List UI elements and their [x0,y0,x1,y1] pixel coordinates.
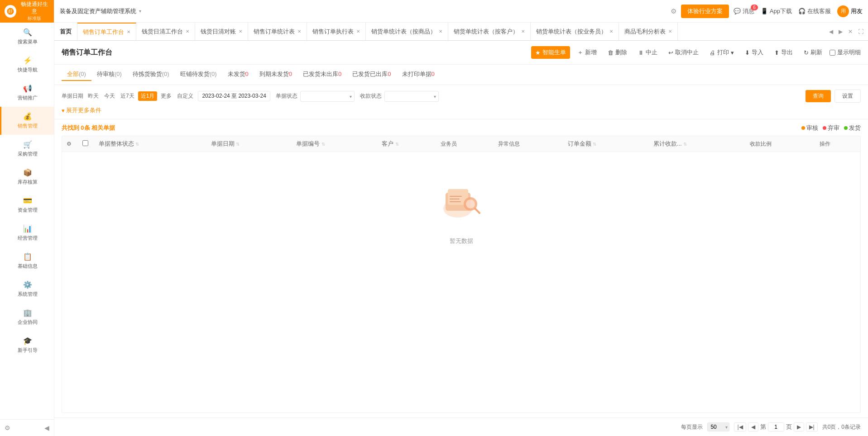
tab-sales-summary-staff[interactable]: 销货单统计表（按业务员） ✕ [531,23,619,40]
tab-close-icon[interactable]: ✕ [521,29,525,34]
tab-cash-account[interactable]: 钱货日清对账 ✕ [195,23,248,40]
expand-button[interactable]: ▾ 展开更多条件 [62,106,101,114]
pause-button[interactable]: ⏸ 中止 [634,47,661,58]
query-button[interactable]: 查询 [806,90,831,102]
show-detail-checkbox[interactable]: 显示明细 [830,48,861,57]
sort-collected-icon[interactable]: ⇅ [683,142,687,147]
collapse-sidebar-button[interactable]: ◀ [44,424,49,431]
filter-tab-shipped-not-out[interactable]: 已发货未出库0 [297,68,347,81]
tab-close-icon[interactable]: ✕ [297,29,301,34]
box-icon: 📦 [23,168,32,177]
filter-tab-unshipped[interactable]: 未发货0 [222,68,254,81]
tab-next-button[interactable]: ▶ [837,28,844,36]
date-more-button[interactable]: 更多 [159,91,173,101]
settings-bottom-button[interactable]: ⚙ [5,424,10,431]
tab-home[interactable]: 首页 [54,23,77,40]
filter-tab-unprinted[interactable]: 未打印单据0 [397,68,440,81]
column-settings[interactable]: ⚙ [62,136,76,152]
tab-sales-summary-customer[interactable]: 销货单统计表（按客户） ✕ [448,23,531,40]
user-menu-button[interactable]: 用 用友 [837,5,863,17]
import-button[interactable]: ⬇ 导入 [741,47,767,58]
sidebar-item-inventory[interactable]: 📦 库存核算 [0,163,54,191]
solution-button[interactable]: 体验行业方案 [681,5,729,18]
tab-sales-exec[interactable]: 销售订单执行表 ✕ [307,23,366,40]
sort-number-icon[interactable]: ⇅ [321,142,325,147]
sidebar-item-basic-info[interactable]: 📋 基础信息 [0,247,54,275]
sort-amount-icon[interactable]: ⇅ [593,142,596,147]
smart-create-button[interactable]: ★ 智能生单 [531,46,570,59]
tab-cash-daily[interactable]: 钱货日清工作台 ✕ [136,23,195,40]
column-date: 单据日期 ⇅ [206,136,292,152]
column-salesman: 业务员 [436,136,494,152]
print-button[interactable]: 🖨 打印 ▾ [706,47,738,58]
date-1month-button[interactable]: 近1月 [138,91,158,101]
sidebar-item-guide[interactable]: 🎓 新手引导 [0,331,54,359]
sidebar-item-operations[interactable]: 📊 经营管理 [0,219,54,247]
sidebar-item-label: 库存核算 [18,179,38,185]
date-custom-button[interactable]: 自定义 [175,91,195,101]
sidebar-item-sales[interactable]: 💰 销售管理 [0,107,54,135]
sidebar-item-purchase[interactable]: 🛒 采购管理 [0,135,54,163]
review-button[interactable]: 审核 [801,124,818,132]
tab-close-icon[interactable]: ✕ [186,29,189,34]
tab-expand-button[interactable]: ⛶ [856,28,865,36]
status-select[interactable] [300,91,355,102]
expand-row: ▾ 展开更多条件 [62,106,861,114]
sidebar-item-quick-nav[interactable]: ⚡ 快捷导航 [0,51,54,79]
show-detail-input[interactable] [830,50,835,56]
tab-sales-stats[interactable]: 销售订单统计表 ✕ [248,23,307,40]
settings-icon[interactable]: ⚙ [671,7,676,15]
data-table-container: ⚙ 单据整体状态 ⇅ 单据日期 ⇅ [62,136,861,413]
page-first-button[interactable]: |◀ [734,422,746,431]
refresh-button[interactable]: ↻ 刷新 [800,47,826,58]
empty-illustration [439,179,484,232]
page-next-button[interactable]: ▶ [794,422,804,431]
ship-button[interactable]: 发货 [844,124,861,132]
sort-status-icon[interactable]: ⇅ [135,142,139,147]
tab-prev-button[interactable]: ◀ [827,28,835,36]
sort-date-icon[interactable]: ⇅ [236,142,240,147]
delete-button[interactable]: 🗑 删除 [604,47,631,58]
online-service-button[interactable]: 🎧 在线客服 [798,7,831,15]
tab-sales-workbench[interactable]: 销售订单工作台 ✕ [77,23,136,40]
tab-close-icon[interactable]: ✕ [239,29,242,34]
payment-select[interactable] [384,91,439,102]
tab-close-icon[interactable]: ✕ [439,29,442,34]
filter-tab-expired-unshipped[interactable]: 到期未发货0 [254,68,297,81]
date-label: 单据日期 [62,92,83,100]
tab-close-icon[interactable]: ✕ [609,29,613,34]
cancel-pause-button[interactable]: ↩ 取消中止 [665,47,702,58]
select-all-checkbox[interactable] [82,140,88,146]
sidebar-item-system[interactable]: ⚙️ 系统管理 [0,275,54,303]
tab-close-icon[interactable]: ✕ [356,29,360,34]
sidebar-item-finance[interactable]: 💳 资金管理 [0,191,54,219]
filter-tab-pending-review[interactable]: 待审核(0) [91,68,127,81]
add-button[interactable]: ＋ 新增 [574,47,600,58]
filter-tab-wangpu-ship[interactable]: 旺铺待发货(0) [175,68,222,81]
page-input[interactable] [768,422,784,431]
page-last-button[interactable]: ▶| [806,422,818,431]
tab-close-all-button[interactable]: ✕ [846,28,854,36]
export-button[interactable]: ⬆ 导出 [771,47,796,58]
date-yesterday-button[interactable]: 昨天 [86,91,101,101]
tab-close-icon[interactable]: ✕ [668,29,672,34]
filter-tab-pending-check[interactable]: 待拣货验货(0) [127,68,175,81]
sidebar-item-marketing[interactable]: 📢 营销推广 [0,79,54,107]
page-prev-button[interactable]: ◀ [748,422,758,431]
page-size-select[interactable]: 20 50 100 [707,422,729,431]
tab-sales-summary-product[interactable]: 销货单统计表（按商品） ✕ [366,23,448,40]
sidebar-item-enterprise[interactable]: 🏢 企业协同 [0,303,54,331]
sort-customer-icon[interactable]: ⇅ [395,142,399,147]
logo-text: 畅捷通好生意 [19,1,49,15]
cancel-review-button[interactable]: 弃审 [823,124,839,132]
filter-tab-all[interactable]: 全部(0) [62,68,91,81]
date-7days-button[interactable]: 近7天 [119,91,136,101]
app-download-button[interactable]: 📱 App下载 [761,7,792,15]
message-button[interactable]: 💬 消息 6 [734,7,754,15]
filter-tab-shipped-out[interactable]: 已发货已出库0 [347,68,396,81]
setting-button[interactable]: 设置 [834,90,861,103]
tab-gross-margin[interactable]: 商品毛利分析表 ✕ [619,23,678,40]
date-today-button[interactable]: 今天 [102,91,117,101]
tab-close-icon[interactable]: ✕ [127,29,130,34]
sidebar-item-search[interactable]: 🔍 搜索菜单 [0,23,54,51]
